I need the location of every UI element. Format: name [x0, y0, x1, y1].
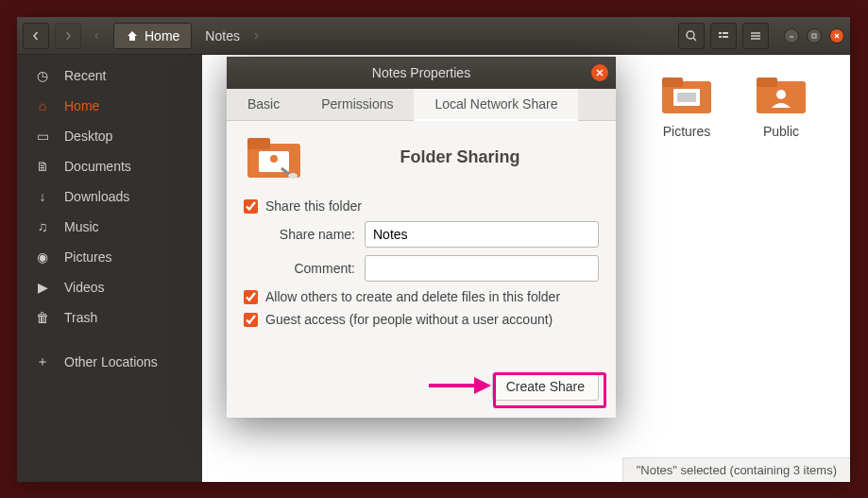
svg-rect-5	[723, 36, 728, 38]
share-name-row: Share name:	[266, 221, 599, 248]
tab-local-network-share[interactable]: Local Network Share	[414, 89, 578, 121]
window-controls	[784, 28, 844, 43]
plus-icon: ＋	[34, 353, 51, 370]
search-button[interactable]	[678, 23, 705, 49]
path-notes[interactable]: Notes	[194, 23, 251, 49]
close-button[interactable]	[829, 28, 844, 43]
documents-icon: 🗎	[34, 159, 51, 174]
sidebar-item-home[interactable]: ⌂Home	[17, 91, 202, 121]
chevron-left-icon	[94, 31, 101, 41]
pictures-icon: ◉	[34, 249, 51, 265]
recent-path-button[interactable]	[87, 23, 108, 49]
minimize-button[interactable]	[784, 28, 799, 43]
path-label: Home	[145, 28, 179, 43]
header-actions	[678, 23, 769, 49]
home-icon	[126, 29, 139, 43]
close-icon	[596, 69, 604, 77]
section-title: Folder Sharing	[321, 147, 599, 167]
svg-point-0	[687, 31, 694, 39]
allow-others-label: Allow others to create and delete files …	[265, 289, 560, 304]
sidebar-item-pictures[interactable]: ◉Pictures	[17, 242, 202, 272]
dialog-title-text: Notes Properties	[372, 65, 470, 80]
folder-share-icon	[244, 132, 304, 181]
svg-rect-22	[677, 93, 696, 102]
dialog-close-button[interactable]	[591, 64, 608, 81]
sidebar-item-music[interactable]: ♫Music	[17, 212, 202, 242]
allow-others-row: Allow others to create and delete files …	[244, 289, 599, 304]
sidebar: ◷Recent ⌂Home ▭Desktop 🗎Documents ↓Downl…	[17, 55, 202, 482]
chevron-right-icon	[63, 31, 73, 41]
folder-pictures[interactable]: Pictures	[644, 72, 729, 139]
videos-icon: ▶	[34, 280, 51, 295]
list-icon	[717, 29, 730, 43]
music-icon: ♫	[34, 219, 51, 234]
svg-point-25	[776, 90, 786, 99]
sidebar-item-documents[interactable]: 🗎Documents	[17, 151, 202, 181]
comment-input[interactable]	[365, 255, 599, 282]
sidebar-item-recent[interactable]: ◷Recent	[17, 60, 202, 91]
tab-basic[interactable]: Basic	[227, 89, 300, 120]
back-button[interactable]	[23, 23, 49, 49]
folder-icon	[753, 72, 809, 117]
allow-others-checkbox[interactable]	[244, 290, 258, 304]
properties-dialog: Notes Properties Basic Permissions Local…	[227, 57, 616, 418]
share-this-folder-label: Share this folder	[265, 198, 362, 214]
sidebar-item-downloads[interactable]: ↓Downloads	[17, 181, 202, 212]
status-bar: "Notes" selected (containing 3 items)	[622, 457, 850, 482]
menu-button[interactable]	[742, 23, 769, 49]
share-this-folder-checkbox[interactable]	[244, 199, 258, 214]
forward-button[interactable]	[55, 23, 81, 49]
folder-label: Pictures	[644, 124, 729, 139]
path-bar: Home Notes	[113, 23, 672, 49]
share-name-input[interactable]	[365, 221, 599, 248]
folder-public[interactable]: Public	[739, 72, 824, 139]
sidebar-item-videos[interactable]: ▶Videos	[17, 272, 202, 302]
svg-point-31	[270, 155, 278, 163]
dialog-tabs: Basic Permissions Local Network Share	[227, 89, 616, 121]
comment-label: Comment:	[266, 261, 355, 276]
path-home[interactable]: Home	[113, 23, 192, 49]
sidebar-item-other-locations[interactable]: ＋Other Locations	[17, 346, 202, 378]
svg-rect-4	[719, 36, 722, 38]
share-this-folder-row: Share this folder	[244, 198, 599, 214]
desktop-icon: ▭	[34, 129, 51, 144]
svg-rect-2	[719, 32, 722, 34]
guest-access-checkbox[interactable]	[244, 313, 258, 327]
svg-rect-3	[723, 32, 728, 34]
guest-access-label: Guest access (for people without a user …	[265, 312, 553, 327]
folder-label: Public	[739, 124, 824, 139]
view-button[interactable]	[710, 23, 737, 49]
folder-icon	[658, 72, 715, 117]
chevron-left-icon	[31, 31, 41, 41]
hamburger-icon	[749, 29, 762, 43]
create-share-button[interactable]: Create Share	[492, 372, 599, 401]
sidebar-item-trash[interactable]: 🗑Trash	[17, 302, 202, 333]
maximize-button[interactable]	[807, 28, 822, 43]
svg-point-32	[288, 173, 298, 179]
svg-line-1	[693, 38, 696, 41]
svg-rect-29	[247, 138, 270, 149]
tab-permissions[interactable]: Permissions	[300, 89, 414, 120]
home-icon: ⌂	[34, 98, 51, 113]
trash-icon: 🗑	[34, 310, 51, 325]
dialog-body: Folder Sharing Share this folder Share n…	[227, 121, 616, 418]
guest-access-row: Guest access (for people without a user …	[244, 312, 599, 327]
svg-rect-20	[662, 77, 683, 87]
headerbar: Home Notes	[17, 17, 850, 55]
comment-row: Comment:	[266, 255, 599, 282]
chevron-right-icon	[253, 31, 261, 41]
path-label: Notes	[205, 28, 240, 43]
svg-rect-10	[812, 34, 816, 38]
search-icon	[685, 29, 698, 43]
sidebar-item-desktop[interactable]: ▭Desktop	[17, 121, 202, 151]
share-name-label: Share name:	[266, 227, 355, 242]
downloads-icon: ↓	[34, 189, 51, 204]
dialog-titlebar: Notes Properties	[227, 57, 616, 89]
clock-icon: ◷	[34, 68, 51, 83]
svg-rect-24	[757, 77, 777, 87]
